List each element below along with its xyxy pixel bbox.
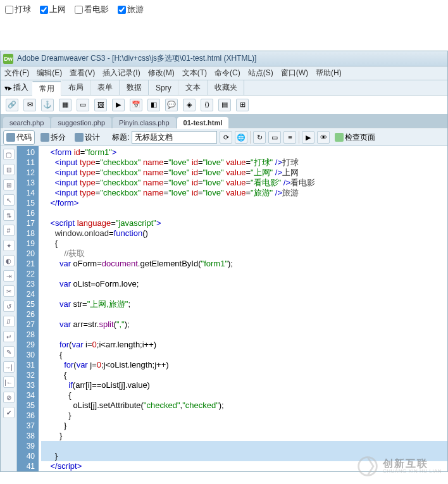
insert-tab-布局[interactable]: 布局 xyxy=(61,80,90,95)
code-line[interactable]: } xyxy=(41,411,447,421)
expand-icon[interactable]: ⊞ xyxy=(3,179,15,190)
visual-aids-icon[interactable]: 👁 xyxy=(317,131,330,144)
code-line[interactable]: <input type="checkbox" name="love" id="l… xyxy=(41,188,447,198)
syntax-coloring-icon[interactable]: ◐ xyxy=(3,255,15,266)
code-line[interactable]: <script language="javascript"> xyxy=(41,218,447,228)
code-line[interactable]: var str="上网,旅游"; xyxy=(41,299,447,309)
code-line[interactable]: //获取 xyxy=(41,249,447,259)
split-view-button[interactable]: 拆分 xyxy=(37,130,69,145)
code-line[interactable] xyxy=(41,289,447,299)
checkbox-打球[interactable]: 打球 xyxy=(5,4,31,15)
head-icon[interactable]: ◈ xyxy=(183,99,196,111)
collapse-icon[interactable]: ⊟ xyxy=(3,164,15,175)
code-line[interactable] xyxy=(41,441,447,451)
doc-tab[interactable]: Pinyin.class.php xyxy=(113,117,176,128)
tag-icon[interactable]: ⊞ xyxy=(236,99,249,111)
hyperlink-icon[interactable]: 🔗 xyxy=(6,99,18,111)
line-numbers-icon[interactable]: # xyxy=(3,225,15,236)
check-page-button[interactable]: 检查页面 xyxy=(335,132,375,143)
div-icon[interactable]: ▭ xyxy=(77,99,89,111)
invalid-icon[interactable]: ⊘ xyxy=(3,392,15,403)
balance-icon[interactable]: ⇅ xyxy=(3,209,15,221)
code-line[interactable]: <input type="checkbox" name="love" id="l… xyxy=(41,158,447,168)
highlight-icon[interactable]: ✦ xyxy=(3,240,15,251)
code-line[interactable]: </form> xyxy=(41,198,447,208)
doc-tab[interactable]: 01-test.html xyxy=(177,117,229,128)
menu-item[interactable]: 站点(S) xyxy=(248,68,273,78)
code-line[interactable]: if(arr[i]==oList[j].value) xyxy=(41,380,447,390)
checkbox-看电影[interactable]: 看电影 xyxy=(75,4,109,15)
preview-icon[interactable]: ▶ xyxy=(302,131,314,144)
code-line[interactable]: oList[j].setAttribute("checked","checked… xyxy=(41,400,447,411)
insert-tab-常用[interactable]: 常用 xyxy=(32,81,61,96)
design-view-button[interactable]: 设计 xyxy=(72,130,103,145)
checkbox-input[interactable] xyxy=(5,6,13,14)
checkbox-input[interactable] xyxy=(75,6,83,14)
wrap-icon[interactable]: ↵ xyxy=(3,331,15,342)
code-line[interactable]: for(var i=0;i<arr.length;i++) xyxy=(41,340,447,350)
menu-item[interactable]: 命令(C) xyxy=(215,68,240,78)
indent-icon[interactable]: →| xyxy=(3,361,15,373)
auto-indent-icon[interactable]: ⇥ xyxy=(3,270,15,282)
code-line[interactable] xyxy=(41,269,447,279)
code-line[interactable]: window.onload=function() xyxy=(41,228,447,239)
insert-tab-收藏夹[interactable]: 收藏夹 xyxy=(208,80,244,95)
reload-icon[interactable]: ↻ xyxy=(253,131,266,144)
menu-item[interactable]: 查看(V) xyxy=(70,68,95,78)
comment-icon[interactable]: 💬 xyxy=(165,99,178,111)
doc-tab[interactable]: search.php xyxy=(3,117,50,128)
recent-icon[interactable]: ↺ xyxy=(3,301,15,312)
document-title-input[interactable] xyxy=(132,131,217,144)
date-icon[interactable]: 📅 xyxy=(130,99,142,111)
code-line[interactable]: for(var j=0;j<oList.length;j++) xyxy=(41,360,447,370)
code-line[interactable]: { xyxy=(41,239,447,249)
code-line[interactable] xyxy=(41,309,447,320)
globe-icon[interactable]: 🌐 xyxy=(235,131,247,144)
comment-toggle-icon[interactable]: // xyxy=(3,316,15,327)
insert-tab-Spry[interactable]: Spry xyxy=(149,80,178,95)
code-line[interactable]: <form id="form1"> xyxy=(41,147,447,158)
doc-tab[interactable]: suggestion.php xyxy=(51,117,111,128)
code-line[interactable]: } xyxy=(41,431,447,441)
script-icon[interactable]: ⟨⟩ xyxy=(201,99,213,111)
menu-item[interactable]: 编辑(E) xyxy=(37,68,62,78)
menu-item[interactable]: 文件(F) xyxy=(4,68,29,78)
code-line[interactable] xyxy=(41,330,447,340)
insert-tab-数据[interactable]: 数据 xyxy=(120,80,149,95)
code-line[interactable]: } xyxy=(41,421,447,431)
menu-item[interactable]: 文本(T) xyxy=(182,68,207,78)
menu-item[interactable]: 窗口(W) xyxy=(281,68,308,78)
code-line[interactable]: <input type="checkbox" name="love" id="l… xyxy=(41,178,447,188)
checkbox-上网[interactable]: 上网 xyxy=(40,4,66,15)
menu-item[interactable]: 插入记录(I) xyxy=(103,68,140,78)
code-line[interactable]: <input type="checkbox" name="love" id="l… xyxy=(41,168,447,178)
server-icon[interactable]: ◧ xyxy=(147,99,160,111)
options-icon[interactable]: ≡ xyxy=(283,131,296,144)
table-icon[interactable]: ▦ xyxy=(59,99,72,111)
image-icon[interactable]: 🖼 xyxy=(94,99,107,111)
open-docs-icon[interactable]: ▢ xyxy=(3,149,15,160)
code-line[interactable]: var oForm=document.getElementById("form1… xyxy=(41,259,447,269)
outdent-icon[interactable]: |← xyxy=(3,376,15,388)
checkbox-旅游[interactable]: 旅游 xyxy=(118,4,144,15)
apply-icon[interactable]: ✔ xyxy=(3,407,15,418)
code-line[interactable]: { xyxy=(41,370,447,380)
format-icon[interactable]: ✎ xyxy=(3,346,15,357)
code-line[interactable]: var arr=str.split(","); xyxy=(41,320,447,330)
live-icon[interactable]: ▭ xyxy=(268,131,281,144)
code-line[interactable]: { xyxy=(41,350,447,360)
anchor-icon[interactable]: ⚓ xyxy=(41,99,54,111)
code-line[interactable] xyxy=(41,208,447,218)
checkbox-input[interactable] xyxy=(118,6,126,14)
menu-item[interactable]: 修改(M) xyxy=(148,68,175,78)
email-icon[interactable]: ✉ xyxy=(23,99,36,111)
checkbox-input[interactable] xyxy=(40,6,48,14)
template-icon[interactable]: ▤ xyxy=(218,99,231,111)
snippets-icon[interactable]: ✂ xyxy=(3,285,15,297)
insert-tab-表单[interactable]: 表单 xyxy=(90,80,120,95)
code-line[interactable]: { xyxy=(41,390,447,400)
refresh-icon[interactable]: ⟳ xyxy=(220,131,232,144)
media-icon[interactable]: ▶ xyxy=(112,99,125,111)
insert-tab-文本[interactable]: 文本 xyxy=(178,80,208,95)
select-parent-icon[interactable]: ↖ xyxy=(3,194,15,206)
